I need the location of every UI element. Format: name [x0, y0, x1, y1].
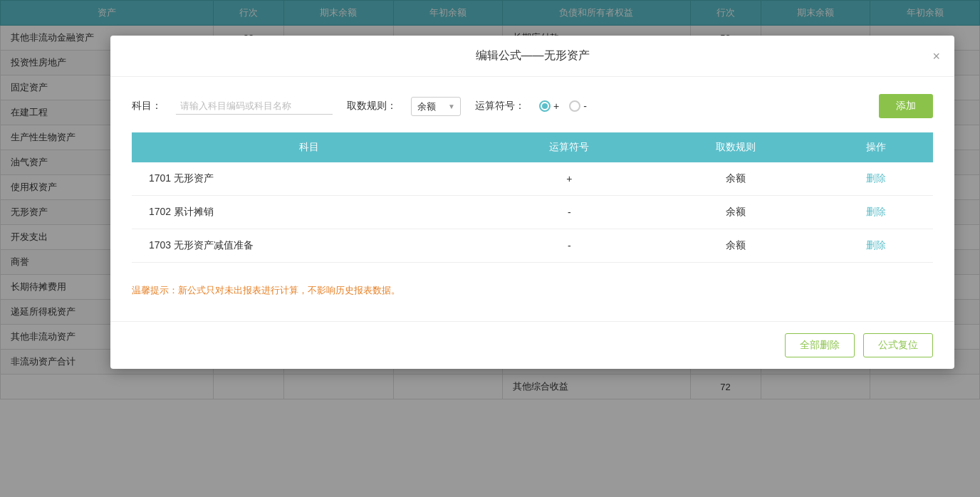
formula-row: 1701 无形资产 + 余额 删除	[132, 162, 933, 196]
operator-minus-radio[interactable]: -	[569, 100, 587, 112]
operator-radio-group: + -	[539, 100, 587, 112]
delete-all-button[interactable]: 全部删除	[785, 333, 855, 357]
table-header-rule: 取数规则	[652, 132, 819, 162]
operator-plus-radio[interactable]: +	[539, 100, 559, 112]
add-button[interactable]: 添加	[879, 94, 933, 118]
table-header-action: 操作	[819, 132, 933, 162]
formula-rule-cell: 余额	[652, 196, 819, 229]
delete-row-button-0[interactable]: 删除	[866, 172, 886, 185]
formula-row: 1703 无形资产减值准备 - 余额 删除	[132, 229, 933, 263]
formula-subject-cell: 1702 累计摊销	[132, 196, 486, 229]
operator-plus-label: +	[553, 100, 559, 112]
delete-row-button-1[interactable]: 删除	[866, 206, 886, 219]
reset-formula-button[interactable]: 公式复位	[863, 333, 933, 357]
table-header-subject: 科目	[132, 132, 486, 162]
formula-operator-cell: +	[486, 162, 652, 196]
modal-close-button[interactable]: ×	[932, 48, 940, 63]
subject-label: 科目：	[132, 100, 162, 113]
formula-action-cell: 删除	[819, 162, 933, 196]
formula-subject-cell: 1701 无形资产	[132, 162, 486, 196]
operator-minus-label: -	[583, 100, 587, 112]
operator-label: 运算符号：	[475, 100, 525, 113]
modal-title: 编辑公式——无形资产	[476, 48, 590, 63]
formula-operator-cell: -	[486, 196, 652, 229]
rule-label: 取数规则：	[347, 100, 397, 113]
rule-select[interactable]: 余额	[411, 97, 461, 116]
rule-select-wrapper: 余额	[411, 97, 461, 116]
delete-row-button-2[interactable]: 删除	[866, 239, 886, 252]
modal-body: 科目： 取数规则： 余额 运算符号： + - 添加	[110, 77, 954, 321]
modal-footer: 全部删除 公式复位	[110, 321, 954, 369]
formula-rule-cell: 余额	[652, 162, 819, 196]
operator-minus-circle	[569, 100, 580, 112]
formula-rule-cell: 余额	[652, 229, 819, 263]
formula-action-cell: 删除	[819, 229, 933, 263]
form-row: 科目： 取数规则： 余额 运算符号： + - 添加	[132, 94, 933, 118]
modal-header: 编辑公式——无形资产 ×	[110, 36, 954, 77]
formula-subject-cell: 1703 无形资产减值准备	[132, 229, 486, 263]
edit-formula-modal: 编辑公式——无形资产 × 科目： 取数规则： 余额 运算符号： +	[110, 36, 954, 369]
table-header-operator: 运算符号	[486, 132, 652, 162]
tip-text: 温馨提示：新公式只对未出报表进行计算，不影响历史报表数据。	[132, 277, 933, 304]
operator-plus-circle	[539, 100, 551, 112]
formula-action-cell: 删除	[819, 196, 933, 229]
subject-input[interactable]	[176, 98, 333, 115]
formula-row: 1702 累计摊销 - 余额 删除	[132, 196, 933, 229]
formula-operator-cell: -	[486, 229, 652, 263]
formula-table: 科目 运算符号 取数规则 操作 1701 无形资产 + 余额 删除 1702 累…	[132, 132, 933, 263]
